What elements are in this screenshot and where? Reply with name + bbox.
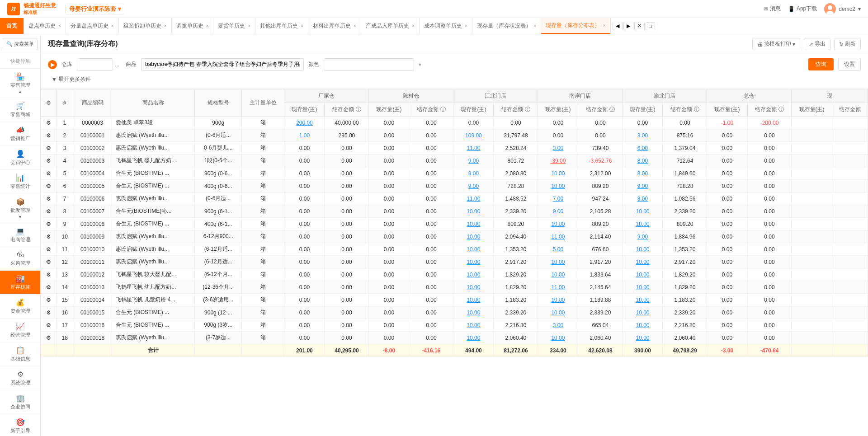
- cell-c-stock[interactable]: 0.00: [369, 155, 409, 167]
- tab-product-in[interactable]: 产成品入库单历史 ×: [361, 18, 420, 34]
- cell-f-stock[interactable]: 0.00: [284, 155, 325, 167]
- cell-c-stock[interactable]: 0.00: [369, 142, 409, 155]
- cell-total-stock[interactable]: 0.00: [707, 306, 747, 319]
- cell-jb-stock[interactable]: 10.00: [453, 218, 494, 230]
- cell-jb-stock[interactable]: 10.00: [453, 268, 494, 281]
- cell-c-stock[interactable]: 0.00: [369, 268, 409, 281]
- cell-na-stock[interactable]: 3.00: [538, 319, 578, 332]
- cell-na-stock[interactable]: 10.00: [538, 180, 578, 192]
- cell-total-stock[interactable]: -1.00: [707, 117, 747, 129]
- tab-product-in-close[interactable]: ×: [412, 23, 415, 28]
- cell-settings[interactable]: ⚙: [41, 294, 57, 306]
- cell-f-stock[interactable]: 0.00: [284, 294, 325, 306]
- cell-settings[interactable]: ⚙: [41, 332, 57, 344]
- message-btn[interactable]: ✉ 消息: [764, 5, 781, 13]
- table-area[interactable]: ⚙ # 商品编码 商品名称 规格型号 主计量单位 厂家仓 陈村仓 江北门店 南岸…: [41, 89, 868, 436]
- print-btn[interactable]: 🖨 按模板打印 ▾: [752, 38, 800, 50]
- tab-cost-adjust-close[interactable]: ×: [465, 23, 467, 28]
- cell-f-stock[interactable]: 0.00: [284, 306, 325, 319]
- cell-settings[interactable]: ⚙: [41, 155, 57, 167]
- cell-total-stock[interactable]: 0.00: [707, 256, 747, 268]
- cell-yb-stock[interactable]: 10.00: [623, 218, 663, 230]
- cell-f-stock[interactable]: 0.00: [284, 142, 325, 155]
- sidebar-item-wholesale[interactable]: 📦 批发管理 ▼: [0, 194, 40, 223]
- tab-stock-table[interactable]: 现存量（库存状况表） ×: [472, 18, 542, 34]
- cell-yb-stock[interactable]: 8.00: [623, 192, 663, 205]
- color-input[interactable]: [324, 58, 414, 71]
- tab-inventory-count-close[interactable]: ×: [58, 23, 61, 28]
- cell-c-stock[interactable]: 0.00: [369, 167, 409, 180]
- cell-na-stock[interactable]: 10.00: [538, 256, 578, 268]
- tab-purchase-req[interactable]: 要货单历史 ×: [213, 18, 255, 34]
- cell-settings[interactable]: ⚙: [41, 256, 57, 268]
- cell-na-stock[interactable]: -39.00: [538, 155, 578, 167]
- cell-total-stock[interactable]: 0.00: [707, 180, 747, 192]
- cell-settings[interactable]: ⚙: [41, 167, 57, 180]
- cell-yb-stock[interactable]: 8.00: [623, 167, 663, 180]
- cell-f-stock[interactable]: 0.00: [284, 192, 325, 205]
- cell-total-stock[interactable]: 0.00: [707, 129, 747, 142]
- cell-yb-stock[interactable]: 6.00: [623, 142, 663, 155]
- cell-f-stock[interactable]: 0.00: [284, 243, 325, 256]
- cell-c-stock[interactable]: 0.00: [369, 230, 409, 243]
- product-input[interactable]: [141, 58, 304, 71]
- export-btn[interactable]: ↗ 导出: [804, 38, 830, 50]
- sidebar-item-finance[interactable]: 💰 资金管理: [0, 295, 40, 319]
- cell-settings[interactable]: ⚙: [41, 142, 57, 155]
- cell-f-stock[interactable]: 0.00: [284, 230, 325, 243]
- cell-total-stock[interactable]: 0.00: [707, 230, 747, 243]
- cell-jb-stock[interactable]: 10.00: [453, 256, 494, 268]
- cell-f-stock[interactable]: 0.00: [284, 256, 325, 268]
- cell-na-stock[interactable]: 10.00: [538, 332, 578, 344]
- tab-home[interactable]: 首页: [0, 18, 24, 34]
- cell-jb-stock[interactable]: 11.00: [453, 192, 494, 205]
- cell-yb-stock[interactable]: 9.00: [623, 180, 663, 192]
- cell-na-stock[interactable]: 10.00: [538, 306, 578, 319]
- cell-jb-stock[interactable]: 10.00: [453, 281, 494, 294]
- cell-c-stock[interactable]: 0.00: [369, 306, 409, 319]
- cell-na-stock[interactable]: 9.00: [538, 205, 578, 218]
- cell-f-stock[interactable]: 0.00: [284, 319, 325, 332]
- cell-jb-stock[interactable]: 10.00: [453, 306, 494, 319]
- cell-f-stock[interactable]: 0.00: [284, 268, 325, 281]
- cell-settings[interactable]: ⚙: [41, 306, 57, 319]
- sidebar-item-retail-stats[interactable]: 📊 零售统计: [0, 170, 40, 194]
- tab-stock-table-close[interactable]: ×: [534, 23, 537, 28]
- cell-f-stock[interactable]: 200.00: [284, 117, 325, 129]
- cell-total-stock[interactable]: 0.00: [707, 205, 747, 218]
- cell-total-stock[interactable]: 0.00: [707, 243, 747, 256]
- cell-yb-stock[interactable]: 3.00: [623, 129, 663, 142]
- tab-close-all-btn[interactable]: ✕: [634, 22, 645, 30]
- cell-settings[interactable]: ⚙: [41, 268, 57, 281]
- cell-yb-stock[interactable]: 10.00: [623, 268, 663, 281]
- cell-settings[interactable]: ⚙: [41, 180, 57, 192]
- sidebar-item-purchase[interactable]: 🛍 采购管理: [0, 247, 40, 271]
- cell-na-stock[interactable]: 10.00: [538, 294, 578, 306]
- cell-yb-stock[interactable]: 10.00: [623, 243, 663, 256]
- tab-cost-adjust[interactable]: 成本调整单历史 ×: [420, 18, 472, 34]
- sidebar-item-system[interactable]: ⚙ 系统管理: [0, 366, 40, 390]
- cell-na-stock[interactable]: 11.00: [538, 281, 578, 294]
- cell-total-stock[interactable]: 0.00: [707, 281, 747, 294]
- cell-jb-stock[interactable]: 109.00: [453, 129, 494, 142]
- cell-total-stock[interactable]: 0.00: [707, 294, 747, 306]
- cell-f-stock[interactable]: 0.00: [284, 167, 325, 180]
- cell-total-stock[interactable]: 0.00: [707, 218, 747, 230]
- cell-jb-stock[interactable]: 10.00: [453, 319, 494, 332]
- cell-na-stock[interactable]: 11.00: [538, 230, 578, 243]
- tab-purchase-req-close[interactable]: ×: [248, 23, 250, 28]
- cell-yb-stock[interactable]: 0.00: [623, 117, 663, 129]
- cell-settings[interactable]: ⚙: [41, 230, 57, 243]
- cell-f-stock[interactable]: 0.00: [284, 180, 325, 192]
- cell-c-stock[interactable]: 0.00: [369, 205, 409, 218]
- cell-yb-stock[interactable]: 10.00: [623, 256, 663, 268]
- cell-c-stock[interactable]: 0.00: [369, 243, 409, 256]
- cell-total-stock[interactable]: 0.00: [707, 192, 747, 205]
- cell-c-stock[interactable]: 0.00: [369, 129, 409, 142]
- tab-partial-count-close[interactable]: ×: [111, 23, 114, 28]
- cell-c-stock[interactable]: 0.00: [369, 117, 409, 129]
- cell-f-stock[interactable]: 0.00: [284, 205, 325, 218]
- cell-c-stock[interactable]: 0.00: [369, 256, 409, 268]
- sidebar-item-ecommerce[interactable]: 💻 电商管理: [0, 223, 40, 247]
- cell-na-stock[interactable]: 3.00: [538, 142, 578, 155]
